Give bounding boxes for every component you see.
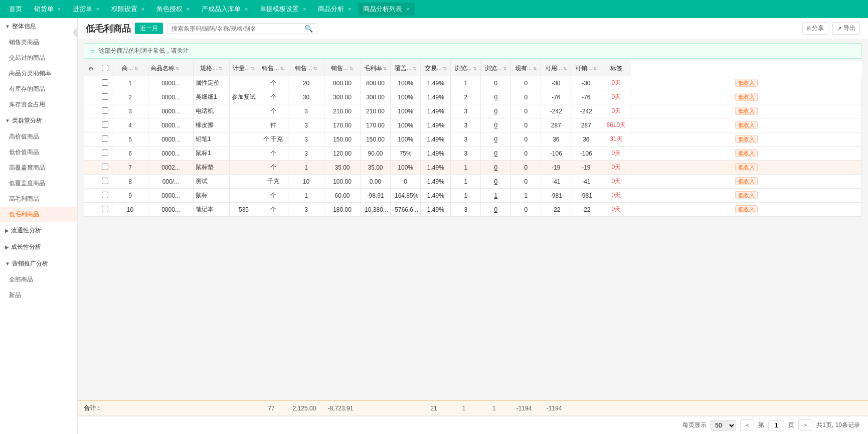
cell-check[interactable]: [98, 189, 112, 203]
row-checkbox[interactable]: [102, 135, 108, 142]
close-icon[interactable]: ×: [58, 6, 61, 12]
close-icon[interactable]: ×: [303, 6, 306, 12]
export-button[interactable]: ↗ 导出: [832, 22, 860, 35]
sidebar-group-overall[interactable]: ▼ 整体信息: [0, 18, 77, 35]
close-icon[interactable]: ×: [96, 6, 99, 12]
col-trade-header[interactable]: 交易...⇅: [421, 61, 451, 76]
page-input[interactable]: [768, 420, 784, 430]
col-browse1-header[interactable]: 浏览...⇅: [451, 61, 481, 76]
col-sales-qty-header[interactable]: 销售...⇅: [258, 61, 288, 76]
cell-check[interactable]: [98, 76, 112, 90]
search-input[interactable]: [171, 25, 304, 32]
cell-check[interactable]: [98, 203, 112, 217]
nav-purchase-order[interactable]: 进货单 ×: [68, 3, 104, 16]
col-stock-header[interactable]: 现有...⇅: [511, 61, 541, 76]
nav-template-settings[interactable]: 单据模板设置 ×: [255, 3, 311, 16]
row-checkbox[interactable]: [102, 178, 108, 184]
cell-browse1[interactable]: 1: [481, 189, 511, 203]
search-icon[interactable]: 🔍: [304, 25, 313, 33]
row-checkbox[interactable]: [102, 150, 108, 156]
sidebar-item-new-products[interactable]: 新品: [0, 287, 77, 303]
nav-home[interactable]: 首页: [4, 3, 27, 16]
cell-check[interactable]: [98, 175, 112, 189]
row-checkbox[interactable]: [102, 206, 108, 212]
close-icon[interactable]: ×: [187, 6, 190, 12]
cell-browse1[interactable]: 0: [481, 161, 511, 175]
cell-browse1[interactable]: 0: [481, 76, 511, 90]
close-icon[interactable]: ×: [348, 6, 351, 12]
sidebar-item-low-coverage[interactable]: 低覆盖度商品: [0, 176, 77, 191]
cell-browse1[interactable]: 0: [481, 118, 511, 132]
share-button[interactable]: ⎘ 分享: [802, 22, 828, 35]
sidebar-group-marketing[interactable]: ▼ 营销推广分析: [0, 255, 77, 272]
col-spec-header[interactable]: 规格...⇅: [194, 61, 230, 76]
sidebar-item-high-value[interactable]: 高价值商品: [0, 129, 77, 144]
sidebar-item-all-products[interactable]: 全部商品: [0, 272, 77, 287]
row-checkbox[interactable]: [102, 107, 108, 114]
sidebar-item-high-margin[interactable]: 高毛利商品: [0, 191, 77, 207]
sidebar-item-traded-products[interactable]: 交易过的商品: [0, 50, 77, 66]
row-checkbox[interactable]: [102, 192, 108, 198]
cell-check[interactable]: [98, 147, 112, 161]
per-page-select[interactable]: 50 100 200: [711, 420, 736, 431]
sidebar-item-category-rate[interactable]: 商品分类助销率: [0, 66, 77, 81]
next-page-button[interactable]: ＞: [798, 419, 812, 431]
cell-browse1[interactable]: 0: [481, 132, 511, 147]
chevron-down-icon: ▼: [5, 24, 10, 29]
nav-product-analysis-list[interactable]: 商品分析列表 ×: [358, 3, 414, 16]
select-all-checkbox[interactable]: [102, 65, 108, 71]
sidebar-item-low-value[interactable]: 低价值商品: [0, 144, 77, 160]
nav-sales-order[interactable]: 销货单 ×: [29, 3, 66, 16]
table-row: 9 0000... 鼠标 个 1 60.00 -98.91 -164.85% 1…: [84, 189, 862, 203]
col-sellable-header[interactable]: 可销...⇅: [571, 61, 601, 76]
col-tag-header[interactable]: 标签: [601, 61, 631, 76]
row-checkbox[interactable]: [102, 93, 108, 100]
cell-check[interactable]: [98, 104, 112, 118]
close-icon[interactable]: ×: [245, 6, 248, 12]
table-wrapper[interactable]: ⚙ 商...⇅ 商品名称⇅ 规格...⇅ 计量...⇅ 销售...⇅ 销售...…: [78, 61, 868, 400]
col-browse2-header[interactable]: 浏览...⇅: [481, 61, 511, 76]
sidebar-item-low-margin[interactable]: 低毛利商品: [0, 207, 77, 222]
cell-tag: 低收入: [631, 118, 862, 132]
cell-sales-amt: 35.00: [361, 161, 391, 175]
col-gross-header[interactable]: 覆盖...⇅: [391, 61, 421, 76]
cell-browse1[interactable]: 0: [481, 203, 511, 217]
sidebar-item-high-coverage[interactable]: 高覆盖度商品: [0, 160, 77, 176]
cell-browse1[interactable]: 0: [481, 147, 511, 161]
col-sales-amt-header[interactable]: 销售...⇅: [324, 61, 361, 76]
row-checkbox[interactable]: [102, 79, 108, 86]
col-check[interactable]: [98, 61, 112, 76]
cell-browse1[interactable]: 0: [481, 90, 511, 104]
col-settings[interactable]: ⚙: [84, 61, 98, 76]
cell-check[interactable]: [98, 90, 112, 104]
col-avail-header[interactable]: 可用...⇅: [541, 61, 571, 76]
sidebar-item-stocked-products[interactable]: 有库存的商品: [0, 81, 77, 97]
row-checkbox[interactable]: [102, 121, 108, 128]
prev-page-button[interactable]: ＜: [740, 419, 754, 431]
nav-product-inbound[interactable]: 产成品入库单 ×: [197, 3, 253, 16]
cell-browse1[interactable]: 0: [481, 175, 511, 189]
close-icon[interactable]: ×: [141, 6, 144, 12]
cell-check[interactable]: [98, 132, 112, 147]
col-unit-header[interactable]: 计量...⇅: [230, 61, 258, 76]
nav-permission[interactable]: 权限设置 ×: [106, 3, 149, 16]
sidebar-item-stock-capital[interactable]: 库存资金占用: [0, 97, 77, 112]
col-margin-header[interactable]: 毛利率⇅: [361, 61, 391, 76]
cell-margin-rate: 100%: [391, 132, 421, 147]
nav-product-analysis[interactable]: 商品分析 ×: [313, 3, 356, 16]
close-icon[interactable]: ×: [406, 6, 409, 12]
cell-browse1[interactable]: 0: [481, 104, 511, 118]
cell-sales-price: 300.00: [324, 90, 361, 104]
cell-check[interactable]: [98, 118, 112, 132]
date-filter-button[interactable]: 近一月: [135, 23, 163, 34]
sidebar-group-growth[interactable]: ▶ 成长性分析: [0, 239, 77, 255]
col-code-header[interactable]: 商...⇅: [112, 61, 148, 76]
sidebar-group-cluster[interactable]: ▼ 类群堂分析: [0, 112, 77, 129]
sidebar-group-circulation[interactable]: ▶ 流通性分析: [0, 222, 77, 239]
col-name-header[interactable]: 商品名称⇅: [148, 61, 194, 76]
row-checkbox[interactable]: [102, 164, 108, 170]
cell-check[interactable]: [98, 161, 112, 175]
col-sales-price-header[interactable]: 销售...⇅: [288, 61, 324, 76]
sidebar-item-sales-products[interactable]: 销售类商品: [0, 35, 77, 50]
nav-role-auth[interactable]: 角色授权 ×: [151, 3, 195, 16]
